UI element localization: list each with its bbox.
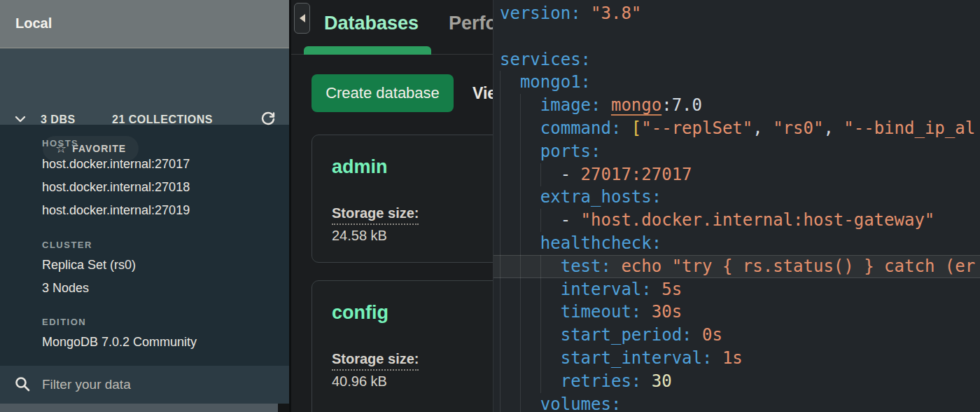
db-count: 3 DBS xyxy=(41,114,76,126)
host-item: host.docker.internal:27018 xyxy=(42,180,190,195)
code-line: healthcheck: xyxy=(500,232,975,255)
code-line: retries: 30 xyxy=(500,370,975,393)
app-window: Local 3 DBS 21 COLLECTIONS ☆ FAVORITE HO… xyxy=(0,0,980,412)
bottom-strip xyxy=(0,404,278,412)
code-line: start_period: 0s xyxy=(500,324,975,347)
edition-section-label: EDITION xyxy=(42,317,86,327)
code-line: image: mongo:7.0 xyxy=(500,94,975,117)
database-name-link[interactable]: admin xyxy=(332,156,388,178)
storage-size-label: Storage size: xyxy=(332,205,419,225)
code-line: interval: 5s xyxy=(500,278,975,301)
stats-section: 3 DBS 21 COLLECTIONS ☆ FAVORITE xyxy=(0,48,289,125)
code-line: ports: xyxy=(500,140,975,163)
code-line: services: xyxy=(500,48,975,71)
storage-size-value: 40.96 kB xyxy=(332,373,387,390)
hosts-section-label: HOSTS xyxy=(42,138,78,149)
yaml-source[interactable]: version: "3.8"services: mongo1: image: m… xyxy=(500,2,975,412)
chevron-down-icon[interactable] xyxy=(14,113,27,125)
favorite-label: FAVORITE xyxy=(72,143,126,154)
storage-size-value: 24.58 kB xyxy=(332,228,387,244)
code-line: version: "3.8" xyxy=(500,2,975,25)
code-line: start_interval: 1s xyxy=(500,347,975,370)
cluster-type: Replica Set (rs0) xyxy=(42,258,136,273)
host-item: host.docker.internal:27019 xyxy=(42,203,190,218)
edition-value: MongoDB 7.0.2 Community xyxy=(42,335,197,350)
databases-panel: Databases Perfo Create database Vie admi… xyxy=(289,0,493,412)
create-database-button[interactable]: Create database xyxy=(312,74,454,112)
code-line: - "host.docker.internal:host-gateway" xyxy=(500,209,975,232)
database-name-link[interactable]: config xyxy=(332,302,388,324)
cluster-nodes: 3 Nodes xyxy=(42,281,89,296)
code-line: - 27017:27017 xyxy=(500,163,975,186)
collapse-sidebar-button[interactable] xyxy=(294,3,310,34)
tab-databases[interactable]: Databases xyxy=(324,13,419,34)
code-line: mongo1: xyxy=(500,71,975,94)
collapse-arrow-icon xyxy=(299,13,306,23)
active-tab-indicator xyxy=(304,46,431,55)
code-line xyxy=(500,25,975,48)
filter-input[interactable]: Filter your data xyxy=(42,377,131,392)
sidebar: Local 3 DBS 21 COLLECTIONS ☆ FAVORITE HO… xyxy=(0,0,289,412)
storage-size-label: Storage size: xyxy=(332,351,419,371)
code-line: command: ["--replSet", "rs0", "--bind_ip… xyxy=(500,117,975,140)
code-editor[interactable]: version: "3.8"services: mongo1: image: m… xyxy=(493,0,980,412)
tab-performance[interactable]: Perfo xyxy=(449,13,497,34)
code-line: timeout: 30s xyxy=(500,301,975,324)
code-line: volumes: xyxy=(500,393,975,412)
connection-title: Local xyxy=(15,15,52,32)
filter-bar[interactable]: Filter your data xyxy=(0,366,289,404)
code-line: test: echo "try { rs.status() } catch (e… xyxy=(500,255,975,278)
collection-count: 21 COLLECTIONS xyxy=(112,114,213,126)
refresh-icon[interactable] xyxy=(260,111,276,127)
connection-header: Local xyxy=(0,0,289,48)
host-item: host.docker.internal:27017 xyxy=(42,157,190,172)
search-icon xyxy=(14,376,31,392)
code-line: extra_hosts: xyxy=(500,186,975,209)
cluster-section-label: CLUSTER xyxy=(42,240,92,250)
